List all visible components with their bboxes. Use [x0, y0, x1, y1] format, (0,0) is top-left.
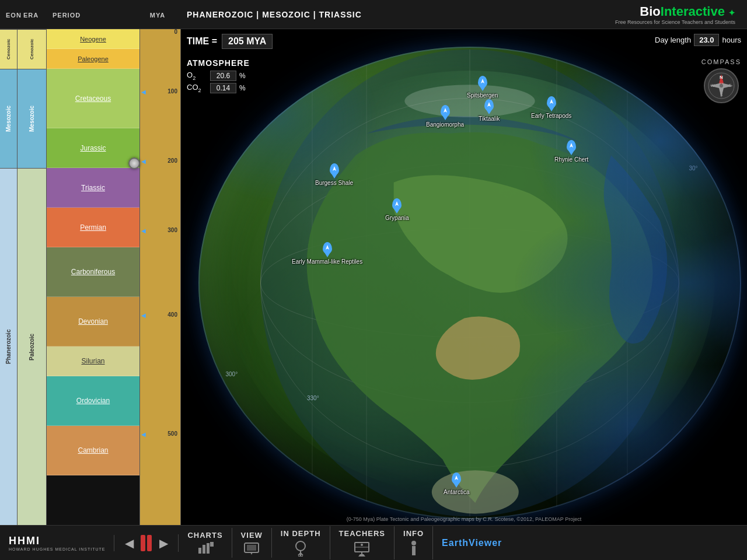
pin-icon-rhynie-chert: [567, 140, 576, 152]
eon-mesozoic: Mesozoic: [0, 69, 17, 168]
mya-300: 300: [167, 228, 177, 233]
teachers-label: TEACHERS: [339, 529, 386, 538]
pin-burgess-shale[interactable]: Burgess Shale: [315, 163, 353, 186]
svg-point-10: [261, 50, 679, 517]
eon-column-header: EON: [6, 9, 23, 20]
indepth-nav-item[interactable]: IN DEPTH: [272, 526, 330, 559]
geo-330: 330°: [307, 395, 319, 401]
nav-pause-button[interactable]: [141, 535, 152, 551]
mya-0: 0: [174, 29, 177, 35]
charts-label: CHARTS: [187, 531, 222, 540]
day-length-value: 23.0: [694, 34, 719, 46]
earthviewer-text: EarthViewer: [433, 538, 502, 548]
timeline-slider[interactable]: [128, 158, 140, 169]
pin-icon-grypania: [392, 198, 402, 210]
period-jurassic[interactable]: Jurassic: [47, 128, 139, 168]
geo-30: 30°: [689, 165, 697, 172]
svg-point-39: [411, 541, 416, 545]
svg-rect-23: [207, 543, 210, 554]
pin-rhynie-chert[interactable]: Rhynie Chert: [554, 140, 588, 163]
pin-icon-early-tetrapods: [547, 96, 556, 108]
day-length-display: Day length 23.0 hours: [655, 34, 741, 46]
svg-point-35: [361, 544, 363, 546]
header-content: EON ERA PERIOD MYA PHANEROZOIC | MESOZOI…: [0, 4, 747, 25]
period-triassic[interactable]: Triassic: [47, 168, 139, 208]
pin-label-early-mammal: Early Mammal-like Reptiles: [292, 258, 362, 265]
period-paleogene[interactable]: Paleogene: [47, 49, 139, 69]
page-title: PHANEROZOIC | MESOZOIC | TRIASSIC: [181, 10, 615, 19]
period-devonian[interactable]: Devonian: [47, 297, 139, 346]
pin-label-antarctica: Antarctica: [444, 489, 469, 495]
indepth-label: IN DEPTH: [281, 529, 321, 538]
era-column-header: ERA: [23, 9, 53, 20]
hhmi-text: HHMI: [9, 535, 105, 547]
mya-ruler: 0 100 200 300 400 500 ◀ ◀ ◀ ◀ ◀: [140, 29, 181, 525]
mya-column-header: MYA: [134, 9, 181, 20]
period-carboniferous[interactable]: Carboniferous: [47, 247, 139, 297]
pause-bar-left: [141, 535, 145, 551]
pin-bangiomorpha[interactable]: Bangiomorpha: [426, 105, 464, 128]
svg-point-28: [296, 541, 305, 551]
pin-label-tiktaalik: Tiktaalik: [479, 116, 500, 122]
pin-label-burgess-shale: Burgess Shale: [315, 180, 353, 186]
mya-500: 500: [167, 431, 177, 437]
day-length-label: Day length: [655, 36, 691, 44]
earthviewer-label: EarthViewer: [433, 538, 502, 548]
info-icon: [408, 540, 420, 556]
period-silurian[interactable]: Silurian: [47, 346, 139, 376]
nav-forward-button[interactable]: ▶: [155, 534, 172, 552]
credit-text: (0-750 Mya) Plate Tectonic and Paleogeog…: [347, 516, 581, 522]
eon-cenozoic: Cenozoic: [0, 29, 17, 69]
period-cambrian[interactable]: Cambrian: [47, 426, 139, 475]
tick-arrow-200: ◀: [141, 158, 146, 164]
svg-rect-26: [247, 545, 256, 551]
pin-antarctica[interactable]: Antarctica: [444, 473, 469, 495]
period-permian[interactable]: Permian: [47, 208, 139, 247]
eon-phanerozoic: Phanerozoic: [0, 168, 17, 525]
eon-bar: Cenozoic Mesozoic Phanerozoic: [0, 29, 18, 525]
era-header-label: ERA: [23, 12, 39, 19]
logo-highlight: Interactive: [661, 4, 725, 19]
view-nav-item[interactable]: VIEW: [232, 528, 272, 558]
pin-label-early-tetrapods: Early Tetrapods: [531, 113, 571, 119]
view-label: VIEW: [241, 531, 263, 540]
charts-icon: [197, 542, 214, 555]
pin-label-bangiomorpha: Bangiomorpha: [426, 121, 464, 128]
period-ordovician[interactable]: Ordovician: [47, 376, 139, 426]
era-cenozoic: Cenozoic: [18, 29, 46, 69]
teachers-icon: [354, 540, 370, 556]
mya-100: 100: [167, 89, 177, 94]
header: EON ERA PERIOD MYA PHANEROZOIC | MESOZOI…: [0, 0, 747, 29]
era-bar: Cenozoic Mesozoic Paleozoic: [18, 29, 47, 525]
info-nav-item[interactable]: INFO: [395, 526, 433, 559]
svg-marker-27: [250, 552, 253, 555]
pin-icon-bangiomorpha: [441, 105, 450, 117]
geo-300: 300°: [226, 371, 238, 377]
pin-spitsbergen[interactable]: Spitsbergen: [467, 76, 498, 99]
mya-400: 400: [167, 312, 177, 318]
teachers-nav-item[interactable]: TEACHERS: [330, 526, 395, 559]
pin-label-grypania: Grypania: [385, 215, 409, 221]
tick-arrow-400: ◀: [141, 312, 146, 318]
pin-early-mammal[interactable]: Early Mammal-like Reptiles: [292, 242, 362, 265]
period-bar: Neogene Paleogene Cretaceous Jurassic Tr…: [47, 29, 140, 525]
nav-back-button[interactable]: ◀: [120, 534, 138, 552]
pin-tiktaalik[interactable]: Tiktaalik: [479, 99, 500, 122]
svg-marker-24: [210, 542, 214, 547]
pin-early-tetrapods[interactable]: Early Tetrapods: [531, 96, 571, 119]
view-icon: [243, 542, 260, 555]
geo-60: 60°: [705, 118, 714, 124]
biointeractive-logo: BioInteractive ✦ Free Resources for Scie…: [615, 4, 741, 25]
svg-rect-22: [203, 545, 205, 554]
period-neogene[interactable]: Neogene: [47, 29, 139, 49]
time-label: TIME =: [187, 36, 217, 47]
logo-main-text: BioInteractive ✦: [640, 4, 735, 19]
svg-point-12: [261, 163, 679, 402]
pin-grypania[interactable]: Grypania: [385, 198, 409, 221]
charts-nav-item[interactable]: CHARTS: [179, 528, 232, 558]
period-cretaceous[interactable]: Cretaceous: [47, 69, 139, 128]
svg-rect-21: [198, 548, 201, 554]
day-length-unit: hours: [722, 36, 741, 44]
era-mesozoic: Mesozoic: [18, 69, 46, 168]
svg-rect-38: [412, 546, 416, 555]
